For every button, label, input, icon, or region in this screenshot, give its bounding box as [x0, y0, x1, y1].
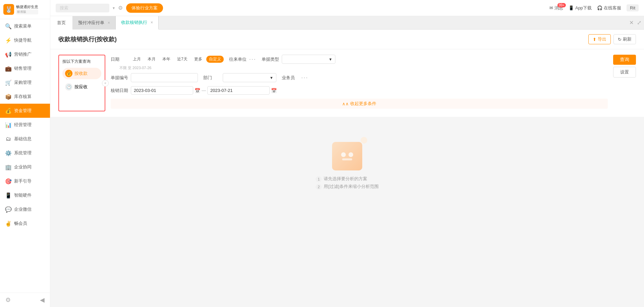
- refresh-button[interactable]: ↻ 刷新: [613, 34, 636, 44]
- date-btn-last-month[interactable]: 上月: [130, 55, 144, 63]
- doc-type-label: 单据类型: [262, 56, 279, 62]
- sidebar-item-marketing[interactable]: 📢 营销推广: [0, 47, 50, 61]
- write-off-date-start-input[interactable]: [131, 86, 193, 95]
- query-button[interactable]: 查询: [613, 55, 636, 65]
- settings-button[interactable]: 设置: [613, 67, 636, 78]
- topbar-chevron-icon[interactable]: ▾: [113, 6, 115, 10]
- date-btn-this-month[interactable]: 本月: [145, 55, 158, 63]
- date-btn-more[interactable]: 更多: [192, 55, 205, 63]
- hint-num-1: 1: [316, 176, 322, 182]
- chevron-down-icon: ▾: [329, 57, 332, 62]
- calendar-start-icon[interactable]: 📅: [195, 88, 200, 93]
- staff-dots[interactable]: ···: [301, 74, 308, 81]
- topbar-message[interactable]: ✉ 消息 99+: [549, 5, 563, 11]
- topbar: 搜索 ▾ ⚙ 体验行业方案 ✉ 消息 99+ 📱 App下载 🎧 在线客服 Ri…: [50, 0, 644, 16]
- hint-item-2: 2 用[过滤]条件来缩小分析范围: [316, 184, 378, 190]
- logo-badge: 标准版: [16, 9, 38, 14]
- sidebar-collapse-icon[interactable]: ◀: [40, 296, 45, 304]
- counterparty-label: 往来单位: [229, 56, 247, 62]
- sidebar-item-sales[interactable]: 💼 销售管理: [0, 61, 50, 75]
- sidebar-item-label: 资金管理: [14, 108, 32, 114]
- logo-icon: 🐰: [3, 4, 14, 15]
- operations-icon: 📊: [5, 122, 11, 128]
- tab-close-all-icon[interactable]: ✕: [629, 19, 634, 26]
- sidebar-item-operations[interactable]: 📊 经营管理: [0, 118, 50, 132]
- sidebar-settings-icon[interactable]: ⚙: [5, 296, 11, 304]
- filter-form: 日期 上月 本月 本年 近7天 更多 自定义: [111, 55, 636, 111]
- tab-prepay[interactable]: 预付冲应付单 ×: [73, 16, 116, 30]
- hint-text-2: 用[过滤]条件来缩小分析范围: [324, 184, 378, 190]
- sidebar-item-label: 基础信息: [14, 136, 32, 142]
- by-receivable-label: 按应收: [74, 84, 88, 90]
- collapse-conditions-btn[interactable]: ∧∧ 收起更多条件: [111, 99, 608, 109]
- topbar-search[interactable]: 搜索: [56, 4, 109, 12]
- dept-label: 部门: [203, 75, 220, 81]
- calendar-end-icon[interactable]: 📅: [271, 88, 277, 93]
- tab-receipts-label: 收款核销执行: [121, 19, 147, 25]
- tab-home-label: 首页: [57, 20, 66, 26]
- tab-expand-icon[interactable]: ⤢: [637, 19, 641, 26]
- industry-btn[interactable]: 体验行业方案: [126, 3, 163, 13]
- tab-prepay-close-icon[interactable]: ×: [108, 20, 110, 25]
- refresh-icon: ↻: [618, 37, 622, 42]
- export-button[interactable]: ⬆ 导出: [588, 34, 611, 44]
- date-btn-custom[interactable]: 自定义: [206, 56, 224, 63]
- sidebar-item-quick-nav[interactable]: ⚡ 快捷导航: [0, 33, 50, 47]
- by-receipt-label: 按收款: [74, 70, 88, 76]
- doc-number-input[interactable]: [131, 73, 198, 82]
- sidebar-item-system[interactable]: ⚙️ 系统管理: [0, 146, 50, 160]
- write-off-date-end-input[interactable]: [207, 86, 270, 95]
- sidebar-item-guide[interactable]: 🎯 新手引导: [0, 174, 50, 188]
- filter-option-by-receivable[interactable]: 🕐 按应收: [62, 81, 101, 93]
- topbar-user[interactable]: Rit: [627, 4, 639, 11]
- sidebar-item-wechat[interactable]: 💬 企业微信: [0, 202, 50, 216]
- smart-hardware-icon: 📱: [5, 192, 11, 198]
- no-limit-text: 不限 至 2023-07-26: [119, 66, 151, 70]
- filter-option-by-receipt[interactable]: 💰 按收款: [62, 68, 101, 79]
- filter-row-3: 核销日期 📅 — 📅: [111, 86, 608, 95]
- staff-label: 业务员: [282, 75, 299, 81]
- finance-icon: 💰: [5, 108, 11, 114]
- sidebar-item-search-menu[interactable]: 🔍 搜索菜单: [0, 19, 50, 33]
- filter-panel-title: 按以下方案查询: [62, 59, 101, 64]
- doc-type-filter-item: 单据类型 ▾: [262, 55, 335, 64]
- tab-home[interactable]: 首页: [50, 16, 73, 30]
- sidebar-nav: 🔍 搜索菜单 ⚡ 快捷导航 📢 营销推广 💼 销售管理 🛒 采购管理 📦 库存核…: [0, 19, 50, 293]
- sidebar-item-member[interactable]: ✌ 畅会员: [0, 216, 50, 231]
- message-icon: ✉: [549, 5, 553, 10]
- tab-receipts-close-icon[interactable]: ×: [151, 20, 153, 25]
- empty-state: 1 请先选择要分析的方案 2 用[过滤]条件来缩小分析范围: [50, 117, 644, 210]
- service-label: 在线客服: [604, 5, 621, 11]
- date-btn-this-year[interactable]: 本年: [160, 55, 173, 63]
- sidebar: 🐰 畅捷通好生意 标准版 🔍 搜索菜单 ⚡ 快捷导航 📢 营销推广 💼 销售管理…: [0, 0, 50, 307]
- filter-row-1: 日期 上月 本月 本年 近7天 更多 自定义: [111, 55, 608, 64]
- doc-type-select[interactable]: ▾: [282, 55, 335, 64]
- tab-receipts[interactable]: 收款核销执行 ×: [116, 16, 159, 30]
- sidebar-item-inventory[interactable]: 📦 库存核算: [0, 90, 50, 104]
- date-btn-7-days[interactable]: 近7天: [174, 55, 190, 63]
- sidebar-item-finance[interactable]: 💰 资金管理: [0, 104, 50, 118]
- sidebar-item-basic-info[interactable]: 🗂 基础信息: [0, 132, 50, 146]
- doc-number-label: 单据编号: [111, 75, 128, 81]
- filter-panel-collapse[interactable]: «: [102, 80, 109, 87]
- basic-info-icon: 🗂: [5, 136, 11, 142]
- topbar-gear-icon[interactable]: ⚙: [118, 5, 123, 11]
- dept-select[interactable]: ▾: [223, 73, 276, 82]
- sidebar-logo: 🐰 畅捷通好生意 标准版: [0, 0, 50, 19]
- purchase-icon: 🛒: [5, 80, 11, 86]
- staff-filter-item: 业务员 ···: [282, 74, 308, 81]
- hint-item-1: 1 请先选择要分析的方案: [316, 176, 378, 182]
- sidebar-item-purchase[interactable]: 🛒 采购管理: [0, 75, 50, 90]
- topbar-app-download[interactable]: 📱 App下载: [569, 5, 592, 11]
- enterprise-icon: 🏢: [5, 164, 11, 170]
- sidebar-item-label: 搜索菜单: [14, 23, 32, 29]
- filter-row-2: 单据编号 部门 ▾ 业务员: [111, 73, 608, 82]
- sidebar-item-label: 库存核算: [14, 94, 32, 100]
- sidebar-item-enterprise[interactable]: 🏢 企业协同: [0, 160, 50, 174]
- page-content: 收款核销执行(按收款) ⬆ 导出 ↻ 刷新 按以下方案查询 💰 按收款: [50, 30, 644, 307]
- sidebar-item-smart-hardware[interactable]: 📱 智能硬件: [0, 188, 50, 202]
- topbar-service[interactable]: 🎧 在线客服: [597, 5, 621, 11]
- page-header: 收款核销执行(按收款) ⬆ 导出 ↻ 刷新: [50, 30, 644, 49]
- logo-text-group: 畅捷通好生意 标准版: [16, 4, 38, 14]
- counterparty-dots[interactable]: ···: [249, 56, 256, 63]
